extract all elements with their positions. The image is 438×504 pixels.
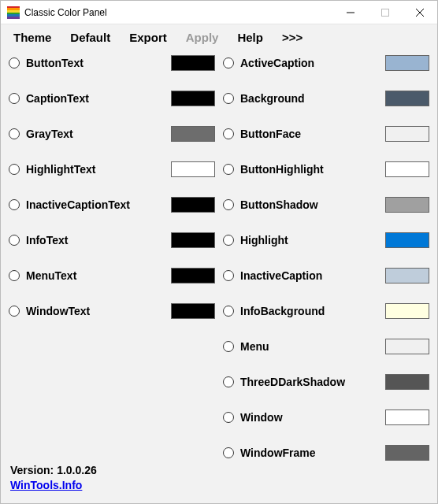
- label-buttontext: ButtonText: [26, 57, 166, 69]
- radio-windowframe[interactable]: [223, 447, 234, 458]
- right-column: ActiveCaptionBackgroundButtonFaceButtonH…: [223, 54, 429, 498]
- swatch-buttonshadow[interactable]: [385, 197, 429, 213]
- swatch-buttonhighlight[interactable]: [385, 161, 429, 177]
- swatch-graytext[interactable]: [171, 126, 215, 142]
- color-row-buttonface: ButtonFace: [223, 125, 429, 143]
- swatch-infotext[interactable]: [171, 232, 215, 248]
- radio-highlight[interactable]: [223, 235, 234, 246]
- label-highlight: Highlight: [240, 234, 380, 246]
- radio-threeddarkshadow[interactable]: [223, 376, 234, 387]
- maximize-button: [368, 1, 403, 24]
- label-buttonface: ButtonFace: [240, 128, 380, 140]
- swatch-windowframe[interactable]: [385, 445, 429, 461]
- content-area: ButtonTextCaptionTextGrayTextHighlightTe…: [1, 50, 437, 503]
- color-row-graytext: GrayText: [9, 125, 215, 143]
- radio-inactivecaption[interactable]: [223, 270, 234, 281]
- color-row-menu: Menu: [223, 338, 429, 355]
- label-graytext: GrayText: [26, 128, 166, 140]
- label-windowtext: WindowText: [26, 305, 166, 317]
- color-row-infotext: InfoText: [9, 232, 215, 249]
- label-inactivecaptiontext: InactiveCaptionText: [26, 198, 166, 211]
- color-row-windowframe: WindowFrame: [223, 444, 429, 461]
- radio-buttonshadow[interactable]: [223, 199, 234, 210]
- radio-buttonface[interactable]: [223, 128, 234, 139]
- color-row-highlighttext: HighlightText: [9, 161, 215, 178]
- menu-item-theme[interactable]: Theme: [7, 29, 58, 46]
- app-icon: [7, 6, 20, 19]
- menu-item-default[interactable]: Default: [64, 29, 117, 46]
- swatch-highlighttext[interactable]: [171, 161, 215, 177]
- titlebar: Classic Color Panel: [1, 1, 437, 24]
- menu-item-export[interactable]: Export: [123, 29, 173, 46]
- swatch-menu[interactable]: [385, 339, 429, 354]
- label-activecaption: ActiveCaption: [240, 57, 380, 69]
- radio-inactivecaptiontext[interactable]: [9, 199, 20, 210]
- label-background: Background: [240, 92, 380, 105]
- radio-menu[interactable]: [223, 341, 234, 352]
- label-buttonshadow: ButtonShadow: [240, 198, 380, 211]
- label-inactivecaption: InactiveCaption: [240, 269, 380, 282]
- color-row-captiontext: CaptionText: [9, 90, 215, 107]
- color-row-buttontext: ButtonText: [9, 54, 215, 72]
- radio-captiontext[interactable]: [9, 93, 20, 104]
- swatch-infobackground[interactable]: [385, 303, 429, 319]
- radio-window[interactable]: [223, 412, 234, 423]
- color-row-menutext: MenuText: [9, 267, 215, 284]
- radio-buttonhighlight[interactable]: [223, 164, 234, 175]
- wintools-link[interactable]: WinTools.Info: [10, 478, 97, 494]
- footer: Version: 1.0.0.26 WinTools.Info: [10, 463, 97, 494]
- color-row-highlight: Highlight: [223, 232, 429, 249]
- color-row-buttonshadow: ButtonShadow: [223, 196, 429, 213]
- color-row-infobackground: InfoBackground: [223, 302, 429, 320]
- color-row-window: Window: [223, 409, 429, 426]
- label-infobackground: InfoBackground: [240, 305, 380, 317]
- svg-rect-1: [382, 9, 389, 16]
- radio-activecaption[interactable]: [223, 57, 234, 69]
- swatch-buttonface[interactable]: [385, 126, 429, 142]
- swatch-windowtext[interactable]: [171, 303, 215, 319]
- label-window: Window: [240, 411, 380, 424]
- label-infotext: InfoText: [26, 234, 166, 246]
- radio-background[interactable]: [223, 93, 234, 104]
- radio-windowtext[interactable]: [9, 306, 20, 317]
- color-row-inactivecaption: InactiveCaption: [223, 267, 429, 284]
- swatch-activecaption[interactable]: [385, 55, 429, 71]
- radio-menutext[interactable]: [9, 270, 20, 281]
- version-label: Version: 1.0.0.26: [10, 463, 97, 479]
- swatch-inactivecaption[interactable]: [385, 268, 429, 284]
- swatch-inactivecaptiontext[interactable]: [171, 197, 215, 213]
- color-row-activecaption: ActiveCaption: [223, 54, 429, 72]
- label-buttonhighlight: ButtonHighlight: [240, 163, 380, 176]
- swatch-highlight[interactable]: [385, 232, 429, 248]
- menu-item--[interactable]: >>>: [276, 29, 309, 46]
- color-row-buttonhighlight: ButtonHighlight: [223, 161, 429, 178]
- color-row-windowtext: WindowText: [9, 302, 215, 320]
- menubar: ThemeDefaultExportApplyHelp>>>: [1, 24, 437, 50]
- close-button[interactable]: [403, 1, 437, 24]
- label-menutext: MenuText: [26, 269, 166, 282]
- label-threeddarkshadow: ThreeDDarkShadow: [240, 376, 380, 388]
- swatch-menutext[interactable]: [171, 268, 215, 284]
- swatch-threeddarkshadow[interactable]: [385, 374, 429, 390]
- swatch-captiontext[interactable]: [171, 91, 215, 106]
- swatch-background[interactable]: [385, 91, 429, 106]
- swatch-window[interactable]: [385, 410, 429, 425]
- label-menu: Menu: [240, 340, 380, 353]
- radio-buttontext[interactable]: [9, 57, 20, 69]
- color-row-background: Background: [223, 90, 429, 107]
- menu-item-help[interactable]: Help: [231, 29, 269, 46]
- label-windowframe: WindowFrame: [240, 447, 380, 459]
- label-highlighttext: HighlightText: [26, 163, 166, 176]
- left-column: ButtonTextCaptionTextGrayTextHighlightTe…: [9, 54, 215, 498]
- color-row-threeddarkshadow: ThreeDDarkShadow: [223, 373, 429, 391]
- minimize-button[interactable]: [333, 1, 368, 24]
- swatch-buttontext[interactable]: [171, 55, 215, 71]
- radio-infotext[interactable]: [9, 235, 20, 246]
- label-captiontext: CaptionText: [26, 92, 166, 105]
- window-title: Classic Color Panel: [24, 7, 107, 18]
- radio-highlighttext[interactable]: [9, 164, 20, 175]
- app-window: Classic Color Panel ThemeDefaultExportAp…: [0, 0, 438, 504]
- radio-infobackground[interactable]: [223, 306, 234, 317]
- radio-graytext[interactable]: [9, 128, 20, 139]
- menu-item-apply: Apply: [180, 29, 225, 46]
